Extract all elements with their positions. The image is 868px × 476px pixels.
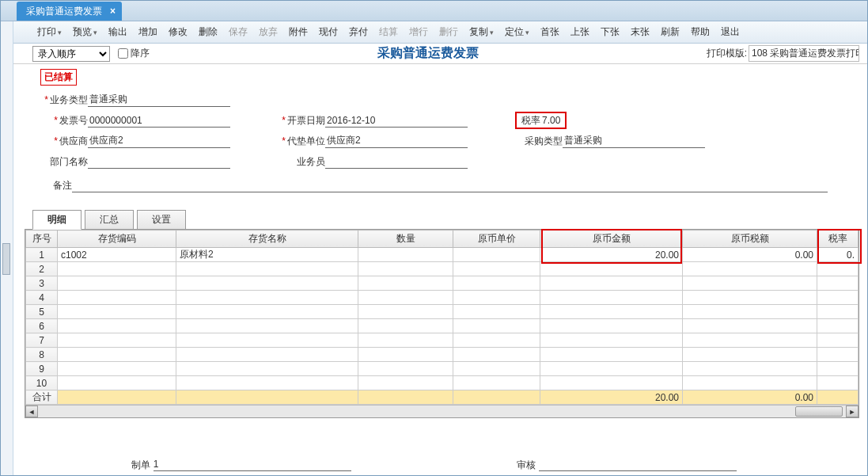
cell[interactable] bbox=[817, 262, 859, 276]
cell[interactable] bbox=[58, 376, 176, 390]
close-icon[interactable]: × bbox=[110, 6, 116, 17]
cell[interactable] bbox=[58, 276, 176, 291]
cell[interactable] bbox=[817, 319, 859, 333]
cell[interactable] bbox=[58, 348, 176, 362]
horizontal-scrollbar[interactable]: ◄ ► bbox=[25, 405, 859, 417]
table-row[interactable]: 8 bbox=[26, 348, 859, 362]
cell[interactable] bbox=[683, 362, 817, 376]
cell[interactable] bbox=[817, 376, 859, 390]
cell[interactable] bbox=[540, 291, 683, 305]
cell[interactable] bbox=[58, 390, 176, 405]
cell[interactable] bbox=[817, 333, 859, 348]
cell[interactable] bbox=[817, 390, 859, 405]
agent-value[interactable]: 供应商2 bbox=[325, 134, 468, 148]
cell[interactable] bbox=[683, 319, 817, 333]
toolbar-删除[interactable]: 删除 bbox=[194, 24, 222, 41]
cell[interactable] bbox=[817, 276, 859, 291]
cell[interactable] bbox=[58, 262, 176, 276]
op-value[interactable] bbox=[325, 154, 468, 169]
remark-value[interactable] bbox=[72, 178, 828, 192]
cell[interactable] bbox=[683, 333, 817, 348]
supplier-value[interactable]: 供应商2 bbox=[88, 134, 230, 148]
tab-设置[interactable]: 设置 bbox=[137, 210, 186, 230]
desc-checkbox[interactable]: 降序 bbox=[118, 47, 150, 60]
toolbar-增加[interactable]: 增加 bbox=[134, 24, 162, 41]
toolbar-现付[interactable]: 现付 bbox=[314, 24, 343, 41]
cell[interactable] bbox=[817, 348, 859, 362]
scroll-thumb[interactable] bbox=[795, 406, 843, 417]
cell[interactable] bbox=[358, 248, 453, 262]
cell[interactable] bbox=[58, 333, 176, 348]
cell[interactable] bbox=[683, 291, 817, 305]
cell[interactable] bbox=[176, 291, 358, 305]
biz-type-value[interactable]: 普通采购 bbox=[88, 93, 230, 107]
toolbar-下张[interactable]: 下张 bbox=[596, 24, 624, 41]
table-row[interactable]: 10 bbox=[26, 376, 859, 390]
table-row[interactable]: 7 bbox=[26, 333, 859, 348]
cell[interactable] bbox=[358, 333, 453, 348]
cell[interactable] bbox=[176, 376, 358, 390]
inv-date-value[interactable]: 2016-12-10 bbox=[325, 113, 468, 128]
cell[interactable] bbox=[683, 305, 817, 319]
cell[interactable] bbox=[358, 362, 453, 376]
cell[interactable] bbox=[58, 291, 176, 305]
cell[interactable] bbox=[453, 248, 540, 262]
cell[interactable] bbox=[176, 348, 358, 362]
toolbar-末张[interactable]: 末张 bbox=[626, 24, 654, 41]
toolbar-打印[interactable]: 打印▾ bbox=[32, 24, 66, 41]
scroll-right-arrow-icon[interactable]: ► bbox=[846, 406, 859, 417]
cell[interactable] bbox=[358, 319, 453, 333]
cell[interactable] bbox=[453, 276, 540, 291]
cell[interactable] bbox=[817, 305, 859, 319]
cell[interactable] bbox=[358, 305, 453, 319]
cell[interactable]: 20.00 bbox=[540, 390, 683, 405]
toolbar-退出[interactable]: 退出 bbox=[716, 24, 745, 41]
desc-checkbox-input[interactable] bbox=[118, 48, 128, 59]
cell[interactable]: 1 bbox=[26, 248, 58, 262]
tab-明细[interactable]: 明细 bbox=[32, 210, 81, 230]
col-header[interactable]: 原币单价 bbox=[453, 230, 540, 248]
table-row[interactable]: 5 bbox=[26, 305, 859, 319]
table-row[interactable]: 4 bbox=[26, 291, 859, 305]
cell[interactable]: 10 bbox=[26, 376, 58, 390]
cell[interactable] bbox=[540, 276, 683, 291]
cell[interactable] bbox=[540, 333, 683, 348]
table-row[interactable]: 9 bbox=[26, 362, 859, 376]
cell[interactable]: c1002 bbox=[58, 248, 176, 262]
cell[interactable]: 8 bbox=[26, 348, 58, 362]
cell[interactable] bbox=[453, 362, 540, 376]
cell[interactable] bbox=[358, 276, 453, 291]
cell[interactable] bbox=[540, 305, 683, 319]
col-header[interactable]: 存货名称 bbox=[176, 230, 358, 248]
detail-grid[interactable]: 序号存货编码存货名称数量原币单价原币金额原币税额税率 1c1002原材料220.… bbox=[25, 230, 859, 405]
table-row[interactable]: 6 bbox=[26, 319, 859, 333]
cell[interactable]: 0.00 bbox=[683, 390, 817, 405]
cell[interactable] bbox=[358, 262, 453, 276]
table-row[interactable]: 1c1002原材料220.000.000. bbox=[26, 248, 859, 262]
table-row[interactable]: 合计20.000.00 bbox=[26, 390, 859, 405]
cell[interactable] bbox=[58, 319, 176, 333]
cell[interactable]: 原材料2 bbox=[176, 248, 358, 262]
cell[interactable] bbox=[358, 348, 453, 362]
cell[interactable] bbox=[358, 376, 453, 390]
cell[interactable] bbox=[683, 376, 817, 390]
cell[interactable] bbox=[817, 362, 859, 376]
print-template-value[interactable]: 108 采购普通运费发票打印模 bbox=[749, 45, 859, 62]
toolbar-弃付[interactable]: 弃付 bbox=[344, 24, 373, 41]
col-header[interactable]: 序号 bbox=[26, 230, 58, 248]
inv-no-value[interactable]: 0000000001 bbox=[88, 113, 230, 128]
cell[interactable] bbox=[176, 276, 358, 291]
toolbar-定位[interactable]: 定位▾ bbox=[500, 24, 534, 41]
toolbar-首张[interactable]: 首张 bbox=[536, 24, 564, 41]
cell[interactable]: 4 bbox=[26, 291, 58, 305]
toolbar-复制[interactable]: 复制▾ bbox=[464, 24, 498, 41]
col-header[interactable]: 原币税额 bbox=[683, 230, 817, 248]
cell[interactable] bbox=[453, 305, 540, 319]
table-row[interactable]: 2 bbox=[26, 262, 859, 276]
dept-value[interactable] bbox=[88, 154, 230, 169]
cell[interactable] bbox=[453, 376, 540, 390]
tax-rate-value[interactable]: 7.00 bbox=[542, 115, 560, 126]
cell[interactable] bbox=[453, 333, 540, 348]
tab-汇总[interactable]: 汇总 bbox=[85, 210, 134, 230]
cell[interactable] bbox=[540, 362, 683, 376]
